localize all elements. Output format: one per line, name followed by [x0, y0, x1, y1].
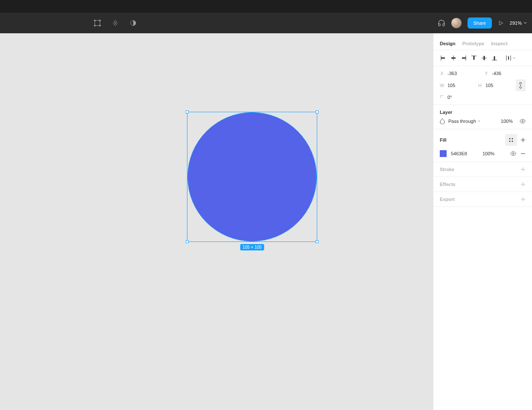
align-hcenter-icon[interactable] [450, 55, 457, 61]
add-export-button[interactable] [520, 197, 526, 202]
constrain-proportions-button[interactable] [516, 79, 526, 91]
user-avatar[interactable] [451, 18, 462, 28]
h-field[interactable]: H105 [478, 83, 509, 88]
top-toolbar: Share 291% [0, 13, 532, 33]
svg-point-4 [99, 25, 101, 26]
chevron-down-icon [523, 21, 527, 25]
tab-prototype[interactable]: Prototype [462, 41, 484, 46]
h-value: 105 [485, 83, 493, 88]
svg-point-24 [509, 141, 511, 142]
w-label: W [440, 83, 444, 88]
svg-point-1 [94, 20, 96, 21]
mask-tool[interactable] [126, 16, 140, 30]
selection-dimensions-label: 105 × 105 [240, 244, 264, 250]
layer-opacity-field[interactable]: 100% [501, 119, 513, 124]
toolbar-right-group: Share 291% [438, 17, 527, 29]
fill-visibility-icon[interactable] [510, 151, 516, 157]
svg-point-25 [512, 141, 513, 142]
transform-section: X-363 Y-436 W105 H105 0° [433, 66, 532, 105]
panel-tabs: Design Prototype Inspect [433, 33, 532, 50]
svg-point-28 [512, 153, 514, 154]
resize-handle-top-left[interactable] [186, 110, 189, 113]
fill-styles-button[interactable] [505, 134, 517, 146]
link-icon [518, 82, 523, 89]
fill-section-title: Fill [440, 137, 447, 142]
selection-bounds[interactable]: 105 × 105 [187, 112, 317, 242]
stroke-section: Stroke [433, 162, 532, 177]
svg-point-21 [522, 120, 523, 122]
x-value: -363 [447, 71, 457, 76]
svg-point-3 [94, 25, 96, 26]
effects-section-title: Effects [440, 182, 456, 187]
chevron-down-icon [478, 120, 480, 122]
add-fill-button[interactable] [520, 137, 526, 142]
plus-icon [520, 167, 526, 172]
y-value: -436 [492, 71, 501, 76]
export-section-title: Export [440, 197, 455, 202]
svg-point-23 [512, 138, 513, 140]
plus-icon [520, 197, 526, 202]
layer-section: Layer Pass through 100% [433, 105, 532, 129]
chevron-down-icon [513, 57, 515, 59]
fill-hex-field[interactable]: 5463E8 [451, 151, 467, 156]
resize-handle-bottom-right[interactable] [316, 240, 319, 243]
x-field[interactable]: X-363 [440, 71, 477, 76]
blend-mode-icon[interactable] [440, 118, 445, 124]
align-vcenter-icon[interactable] [481, 55, 488, 61]
add-stroke-button[interactable] [520, 167, 526, 172]
layer-section-title: Layer [440, 110, 526, 115]
alignment-row [433, 50, 532, 66]
resize-handle-bottom-left[interactable] [186, 240, 189, 243]
add-effect-button[interactable] [520, 182, 526, 187]
align-right-icon[interactable] [460, 55, 467, 61]
share-button[interactable]: Share [468, 17, 492, 29]
align-bottom-icon[interactable] [491, 55, 498, 61]
fill-color-swatch[interactable] [440, 150, 447, 157]
window-titlebar [0, 0, 532, 13]
tab-design[interactable]: Design [440, 41, 456, 46]
w-field[interactable]: W105 [440, 83, 471, 88]
y-label: Y [484, 71, 488, 76]
w-value: 105 [447, 83, 455, 88]
blend-mode-value: Pass through [448, 119, 476, 124]
edit-object-tool[interactable] [91, 16, 104, 30]
resize-handle-top-right[interactable] [316, 110, 319, 113]
blend-mode-dropdown[interactable]: Pass through [448, 119, 480, 124]
styles-icon [509, 137, 514, 142]
minus-icon [520, 151, 526, 156]
ellipse-shape[interactable] [187, 112, 317, 241]
align-left-icon[interactable] [440, 55, 447, 61]
y-field[interactable]: Y-436 [484, 71, 522, 76]
x-label: X [440, 71, 444, 76]
plus-icon [520, 137, 526, 142]
effects-section: Effects [433, 177, 532, 192]
svg-point-2 [99, 20, 101, 21]
h-label: H [478, 83, 482, 88]
right-panel: Design Prototype Inspect X-363 Y-436 W10… [433, 33, 532, 410]
tab-inspect[interactable]: Inspect [491, 41, 508, 46]
main-area: 105 × 105 Design Prototype Inspect X-363… [0, 33, 532, 410]
canvas[interactable]: 105 × 105 [0, 33, 433, 410]
export-section: Export [433, 192, 532, 207]
fill-section: Fill 5463E8 100% [433, 129, 532, 162]
align-top-icon[interactable] [471, 55, 477, 61]
distribute-dropdown[interactable] [505, 55, 515, 61]
zoom-value: 291% [510, 20, 522, 26]
remove-fill-button[interactable] [520, 151, 526, 156]
present-button[interactable] [498, 20, 504, 26]
rotation-field[interactable]: 0° [440, 95, 477, 100]
fill-opacity-field[interactable]: 100% [482, 151, 494, 156]
stroke-section-title: Stroke [440, 167, 454, 172]
plus-icon [520, 182, 526, 187]
svg-point-22 [509, 138, 511, 140]
zoom-dropdown[interactable]: 291% [510, 20, 527, 26]
components-tool[interactable] [108, 16, 122, 30]
audio-chat-icon[interactable] [438, 19, 445, 27]
toolbar-left-group [91, 16, 140, 30]
rotation-icon [440, 95, 444, 100]
layer-visibility-icon[interactable] [520, 118, 526, 124]
svg-rect-0 [95, 20, 100, 26]
rotation-value: 0° [447, 95, 452, 100]
